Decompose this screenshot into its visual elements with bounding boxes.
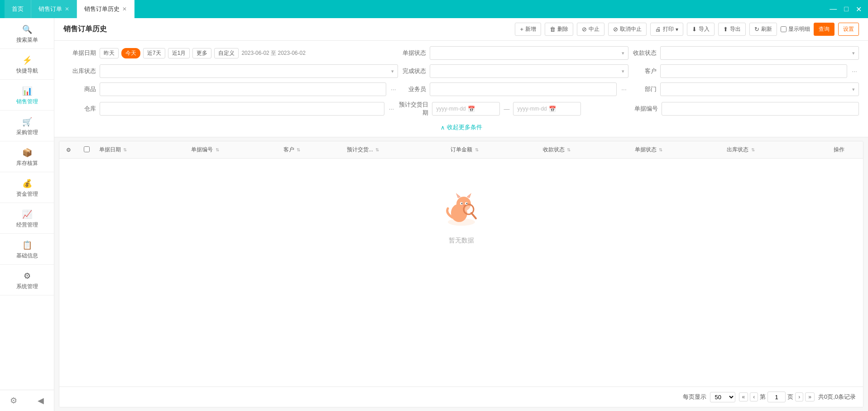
salesperson-input[interactable]: [430, 82, 617, 96]
goods-input[interactable]: [100, 82, 386, 96]
expected-date-label: 预计交货日期: [396, 101, 432, 117]
tab-sales-order-close[interactable]: ✕: [65, 6, 69, 12]
delete-button[interactable]: 🗑 删除: [545, 23, 573, 36]
bill-status-select[interactable]: ▾: [430, 46, 628, 60]
svg-point-12: [461, 203, 462, 204]
th-out-status-sort-icon[interactable]: ⇅: [751, 147, 755, 152]
select-all-checkbox[interactable]: [84, 146, 90, 152]
table-header-row: ⚙ 单据日期 ⇅ 单据编号 ⇅: [59, 141, 863, 159]
sidebar-settings-icon[interactable]: ⚙: [8, 394, 19, 407]
show-detail-checkbox[interactable]: [781, 26, 786, 32]
date-btn-yesterday[interactable]: 昨天: [100, 48, 119, 58]
search-button[interactable]: 查询: [814, 23, 834, 36]
table-settings-icon[interactable]: ⚙: [66, 147, 71, 153]
expected-date-start-input[interactable]: yyyy-mm-dd 📅: [432, 102, 500, 116]
sidebar-item-sales[interactable]: 📊 销售管理: [0, 80, 54, 111]
export-button[interactable]: ⬆ 导出: [718, 23, 746, 36]
new-button[interactable]: + 新增: [515, 23, 541, 36]
dept-select[interactable]: ▾: [660, 82, 859, 96]
calendar-end-icon[interactable]: 📅: [549, 106, 556, 112]
th-payment-status-label: 收款状态: [543, 146, 565, 153]
sidebar-item-basic[interactable]: 📋 基础信息: [0, 234, 54, 265]
date-btn-7days[interactable]: 近7天: [143, 48, 165, 58]
date-btn-custom[interactable]: 自定义: [214, 48, 239, 58]
sidebar-item-search[interactable]: 🔍 搜索菜单: [0, 18, 54, 49]
date-btn-more[interactable]: 更多: [192, 48, 211, 58]
th-customer-sort-icon[interactable]: ⇅: [297, 147, 300, 152]
last-page-button[interactable]: »: [805, 392, 815, 401]
th-expected-date-sort-icon[interactable]: ⇅: [375, 147, 379, 152]
th-payment-status-sort-icon[interactable]: ⇅: [567, 147, 571, 152]
th-amount: 订单金额 ⇅: [447, 141, 539, 159]
bill-no-input[interactable]: [662, 102, 859, 116]
close-icon[interactable]: ✕: [854, 3, 863, 15]
settings-button[interactable]: 设置: [838, 23, 859, 36]
out-status-select[interactable]: ▾: [100, 64, 398, 78]
toolbar: + 新增 🗑 删除 ⊘ 中止 ⊘ 取消中止 🖨 打印: [515, 23, 859, 36]
complete-status-select[interactable]: ▾: [430, 64, 628, 78]
filter-row-3: 商品 ··· 业务员 ··· 部门: [63, 82, 859, 96]
tab-home[interactable]: 首页: [5, 0, 31, 18]
date-btn-1month[interactable]: 近1月: [168, 48, 190, 58]
stop-button[interactable]: ⊘ 中止: [577, 23, 604, 36]
first-page-button[interactable]: «: [739, 392, 748, 401]
import-button[interactable]: ⬇ 导入: [687, 23, 715, 36]
date-range-start: 2023-06-02: [241, 50, 269, 56]
customer-label: 客户: [628, 67, 660, 75]
print-button[interactable]: 🖨 打印 ▾: [650, 23, 683, 36]
maximize-icon[interactable]: □: [842, 3, 850, 15]
basic-icon: 📋: [22, 240, 32, 250]
date-range-display: 2023-06-02 至 2023-06-02: [241, 49, 305, 57]
payment-status-label: 收款状态: [628, 49, 660, 57]
refresh-button[interactable]: ↻ 刷新: [749, 23, 777, 36]
tab-sales-order-history-close[interactable]: ✕: [122, 6, 127, 12]
th-date-sort-icon[interactable]: ⇅: [123, 147, 127, 152]
page-suffix: 页: [787, 393, 793, 401]
th-bill-status-label: 单据状态: [635, 146, 657, 153]
sidebar-collapse-icon[interactable]: ◀: [36, 394, 46, 407]
sidebar-item-operation[interactable]: 📈 经营管理: [0, 203, 54, 234]
page-nav: « ‹ 第 页 › »: [739, 392, 815, 402]
goods-control: ···: [100, 82, 398, 96]
bill-status-label: 单据状态: [398, 49, 430, 57]
expected-date-end-placeholder: yyyy-mm-dd: [517, 106, 547, 112]
page-header: 销售订单历史 + 新增 🗑 删除 ⊘ 中止 ⊘ 取消中止: [54, 18, 868, 41]
sidebar-item-finance[interactable]: 💰 资金管理: [0, 172, 54, 203]
system-icon: ⚙: [24, 271, 31, 281]
th-amount-sort-icon[interactable]: ⇅: [475, 147, 479, 152]
page-input[interactable]: [767, 392, 786, 402]
show-detail-checkbox-label[interactable]: 显示明细: [781, 25, 810, 33]
expected-date-end-input[interactable]: yyyy-mm-dd 📅: [513, 102, 581, 116]
th-bill-no-sort-icon[interactable]: ⇅: [216, 147, 219, 152]
th-bill-status-sort-icon[interactable]: ⇅: [659, 147, 662, 152]
date-filter-control: 昨天 今天 近7天 近1月 更多 自定义 2023-06-02 至 2023-0…: [100, 48, 398, 58]
sidebar-item-quicknav[interactable]: ⚡ 快捷导航: [0, 49, 54, 80]
dept-control: ▾: [660, 82, 859, 96]
collapse-button[interactable]: ∧ 收起更多条件: [63, 121, 859, 131]
unstop-button[interactable]: ⊘ 取消中止: [608, 23, 647, 36]
date-btn-today[interactable]: 今天: [121, 48, 140, 58]
sidebar-item-system[interactable]: ⚙ 系统管理: [0, 265, 54, 295]
payment-status-select[interactable]: ▾: [660, 46, 859, 60]
sidebar-item-purchase[interactable]: 🛒 采购管理: [0, 111, 54, 141]
complete-status-control: ▾: [430, 64, 628, 78]
sidebar-item-inventory[interactable]: 📦 库存核算: [0, 141, 54, 172]
page-size-label: 每页显示: [683, 393, 706, 401]
sidebar-item-system-label: 系统管理: [16, 283, 38, 290]
page-size-select[interactable]: 10 20 50 100: [710, 392, 735, 402]
customer-input[interactable]: [660, 64, 847, 78]
new-label: 新增: [525, 25, 536, 33]
minimize-icon[interactable]: —: [828, 3, 839, 15]
warehouse-ellipsis-btn[interactable]: ···: [387, 105, 396, 112]
empty-state: 暂无数据: [59, 159, 863, 272]
tab-sales-order[interactable]: 销售订单 ✕: [31, 0, 77, 18]
next-page-button[interactable]: ›: [795, 392, 803, 401]
calendar-start-icon[interactable]: 📅: [468, 106, 475, 112]
warehouse-input[interactable]: [100, 102, 384, 116]
salesperson-label: 业务员: [398, 85, 430, 93]
salesperson-ellipsis-btn[interactable]: ···: [619, 86, 628, 93]
customer-ellipsis-btn[interactable]: ···: [850, 68, 859, 75]
prev-page-button[interactable]: ‹: [750, 392, 758, 401]
goods-ellipsis-btn[interactable]: ···: [389, 86, 398, 93]
tab-sales-order-history[interactable]: 销售订单历史 ✕: [77, 0, 134, 18]
